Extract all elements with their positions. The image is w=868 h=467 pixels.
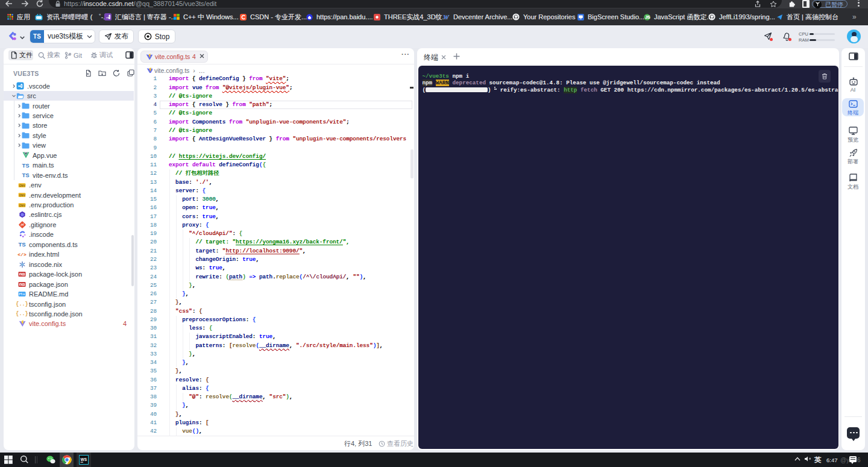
svg-text:JS: JS [645, 15, 650, 19]
svg-text:ENV: ENV [19, 184, 25, 187]
svg-text:W: W [443, 14, 450, 20]
svg-text:ENV: ENV [19, 194, 25, 197]
svg-text:WS: WS [81, 457, 87, 462]
svg-text:ENV: ENV [19, 204, 25, 207]
